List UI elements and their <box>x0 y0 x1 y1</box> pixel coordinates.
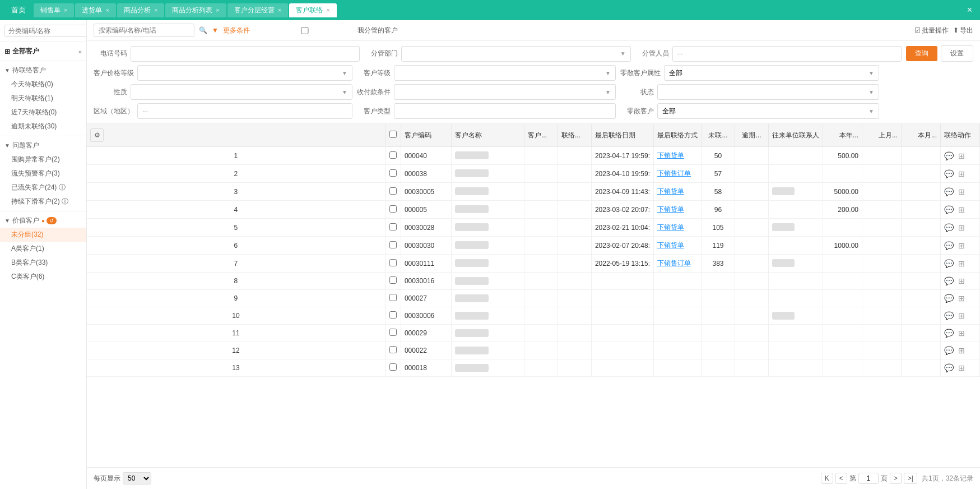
td-last-way[interactable]: 下销货单 <box>654 183 702 201</box>
sidebar-group-value[interactable]: ▼ 价值客户 ● ↺ <box>0 214 86 228</box>
grid-action-icon[interactable]: ⊞ <box>958 363 965 372</box>
nav-tab-analysis-list-close[interactable]: × <box>216 7 219 13</box>
price-level-select[interactable]: ▼ <box>137 65 352 81</box>
td-checkbox[interactable] <box>385 255 401 273</box>
td-checkbox[interactable] <box>385 183 401 201</box>
td-checkbox[interactable] <box>385 307 401 325</box>
nav-tab-purchase-close[interactable]: × <box>105 7 109 13</box>
chat-icon[interactable]: 💬 <box>944 363 954 372</box>
nav-tab-purchase[interactable]: 进货单 × <box>75 3 115 17</box>
td-checkbox[interactable] <box>385 273 401 290</box>
page-number-input[interactable] <box>858 473 879 484</box>
row-checkbox[interactable] <box>389 169 397 177</box>
settings-icon[interactable]: ⚙ <box>90 128 104 142</box>
row-checkbox[interactable] <box>389 151 397 159</box>
nav-tab-customer-seg-close[interactable]: × <box>278 7 281 13</box>
chat-icon[interactable]: 💬 <box>944 346 954 355</box>
window-close-button[interactable]: × <box>964 5 976 15</box>
sidebar-all-customers[interactable]: ⊞ 全部客户 « <box>0 42 86 58</box>
sidebar-item-overdue[interactable]: 逾期未联络(30) <box>0 119 86 133</box>
td-checkbox[interactable] <box>385 147 401 165</box>
row-checkbox[interactable] <box>389 223 397 230</box>
td-checkbox[interactable] <box>385 165 401 183</box>
last-way-link[interactable]: 下销货单 <box>657 187 684 195</box>
td-last-way[interactable]: 下销货单 <box>654 201 702 219</box>
sidebar-item-c-class[interactable]: C类客户(6) <box>0 270 86 284</box>
chat-icon[interactable]: 💬 <box>944 241 954 250</box>
row-checkbox[interactable] <box>389 276 397 284</box>
nav-home[interactable]: 首页 <box>4 3 32 17</box>
chat-icon[interactable]: 💬 <box>944 294 954 303</box>
td-last-way[interactable]: 下销售订单 <box>654 165 702 183</box>
chat-icon[interactable]: 💬 <box>944 223 954 232</box>
last-way-link[interactable]: 下销货单 <box>657 151 684 159</box>
grid-action-icon[interactable]: ⊞ <box>958 151 965 160</box>
sidebar-item-tomorrow[interactable]: 明天待联络(1) <box>0 91 86 105</box>
sidebar-item-week[interactable]: 近7天待联络(0) <box>0 105 86 119</box>
nav-tab-sales[interactable]: 销售单 × <box>34 3 74 17</box>
sidebar-group-pending[interactable]: ▼ 待联络客户 <box>0 63 86 77</box>
chat-icon[interactable]: 💬 <box>944 205 954 214</box>
td-last-way[interactable]: 下销货单 <box>654 147 702 165</box>
td-checkbox[interactable] <box>385 237 401 255</box>
more-conditions-button[interactable]: 更多条件 <box>223 26 250 35</box>
sidebar-item-churned[interactable]: 已流失客户(24) ⓘ <box>0 181 86 195</box>
chat-icon[interactable]: 💬 <box>944 187 954 196</box>
td-checkbox[interactable] <box>385 219 401 237</box>
nav-tab-analysis-close[interactable]: × <box>154 7 157 13</box>
nav-tab-analysis-list[interactable]: 商品分析列表 × <box>165 3 226 17</box>
chat-icon[interactable]: 💬 <box>944 276 954 285</box>
td-last-way[interactable]: 下销货单 <box>654 237 702 255</box>
chat-icon[interactable]: 💬 <box>944 259 954 268</box>
row-checkbox[interactable] <box>389 363 397 371</box>
sidebar-item-churn-warning[interactable]: 流失预警客户(3) <box>0 167 86 181</box>
query-button[interactable]: 查询 <box>906 46 937 61</box>
row-checkbox[interactable] <box>389 311 397 319</box>
td-last-way[interactable] <box>654 359 702 377</box>
first-page-button[interactable]: K <box>821 473 833 484</box>
row-checkbox[interactable] <box>389 259 397 266</box>
th-settings[interactable]: ⚙ <box>87 124 385 147</box>
last-way-link[interactable]: 下销售订单 <box>657 169 691 177</box>
td-last-way[interactable]: 下销货单 <box>654 219 702 237</box>
last-way-link[interactable]: 下销售订单 <box>657 259 691 267</box>
payment-select[interactable]: ▼ <box>394 84 616 100</box>
td-checkbox[interactable] <box>385 290 401 307</box>
per-page-select[interactable]: 50 100 200 <box>123 472 151 485</box>
grid-action-icon[interactable]: ⊞ <box>958 223 965 232</box>
my-customers-checkbox-label[interactable]: 我分管的客户 <box>254 26 398 35</box>
td-last-way[interactable] <box>654 342 702 359</box>
grid-action-icon[interactable]: ⊞ <box>958 259 965 268</box>
row-checkbox[interactable] <box>389 294 397 301</box>
sidebar-search-input[interactable] <box>4 25 87 37</box>
last-way-link[interactable]: 下销货单 <box>657 205 684 213</box>
td-last-way[interactable] <box>654 273 702 290</box>
chat-icon[interactable]: 💬 <box>944 151 954 160</box>
row-checkbox[interactable] <box>389 205 397 213</box>
search-button[interactable]: 🔍 <box>199 26 207 34</box>
td-checkbox[interactable] <box>385 201 401 219</box>
td-last-way[interactable] <box>654 307 702 325</box>
dept-select[interactable]: ▼ <box>401 46 630 62</box>
sidebar-item-b-class[interactable]: B类客户(33) <box>0 256 86 270</box>
manager-input[interactable]: ··· <box>672 46 902 62</box>
nav-tab-customer-seg[interactable]: 客户分层经营 × <box>227 3 288 17</box>
my-customers-checkbox[interactable] <box>254 27 355 34</box>
sidebar-item-stockpile[interactable]: 囤购异常客户(2) <box>0 153 86 167</box>
row-checkbox[interactable] <box>389 329 397 336</box>
td-last-way[interactable] <box>654 290 702 307</box>
td-checkbox[interactable] <box>385 325 401 342</box>
grid-action-icon[interactable]: ⊞ <box>958 346 965 355</box>
nav-tab-customer-contact[interactable]: 客户联络 × <box>289 3 336 17</box>
cust-type-input[interactable] <box>394 103 616 119</box>
chat-icon[interactable]: 💬 <box>944 329 954 338</box>
grid-action-icon[interactable]: ⊞ <box>958 329 965 338</box>
grid-action-icon[interactable]: ⊞ <box>958 205 965 214</box>
scatter-select[interactable]: 全部 ▼ <box>657 103 879 119</box>
region-input[interactable]: ··· <box>137 103 352 119</box>
reset-button[interactable]: 设置 <box>941 45 973 62</box>
td-last-way[interactable] <box>654 325 702 342</box>
chat-icon[interactable]: 💬 <box>944 311 954 320</box>
chat-icon[interactable]: 💬 <box>944 169 954 178</box>
sidebar-item-ungroup[interactable]: 未分组(32) <box>0 228 86 242</box>
